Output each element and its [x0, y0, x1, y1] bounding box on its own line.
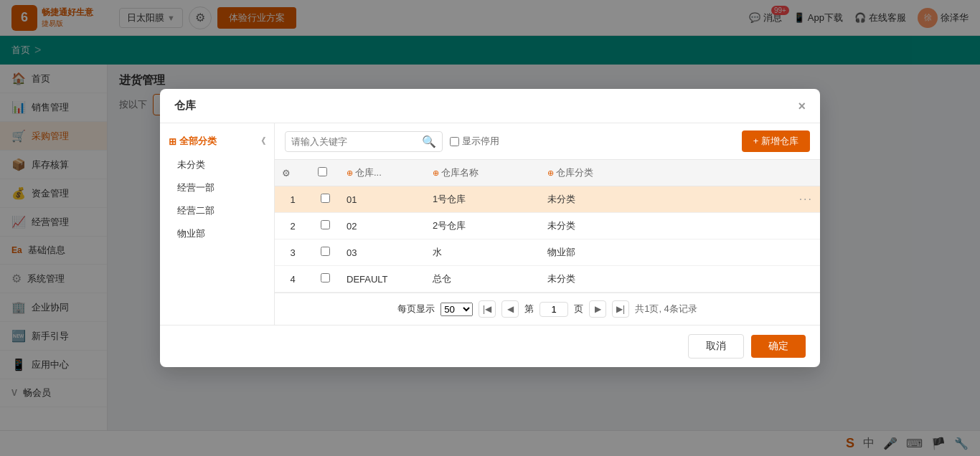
next-page-button[interactable]: ▶: [589, 300, 606, 318]
show-disabled-checkbox[interactable]: [450, 137, 459, 146]
row-index: 2: [275, 213, 311, 239]
row-index: 1: [275, 186, 311, 213]
row-checkbox[interactable]: [321, 273, 330, 282]
category-property[interactable]: 物业部: [160, 222, 274, 245]
row-action-dots[interactable]: ···: [799, 193, 813, 206]
cancel-button[interactable]: 取消: [688, 334, 744, 358]
row-code: DEFAULT: [339, 266, 425, 293]
modal-title: 仓库: [174, 99, 196, 113]
first-page-button[interactable]: |◀: [479, 300, 496, 318]
new-warehouse-button[interactable]: + 新增仓库: [742, 130, 810, 152]
table-scroll: ⚙ ⊕ 仓库...: [275, 160, 820, 293]
row-code: 01: [339, 186, 425, 213]
modal-header: 仓库 ×: [160, 89, 820, 123]
show-disabled-label: 显示停用: [450, 135, 499, 148]
modal-body: ⊞ 全部分类 《 未分类 经营一部 经营二部 物业部 🔍: [160, 123, 820, 325]
collapse-button[interactable]: 《: [257, 136, 265, 148]
all-categories-label: 全部分类: [179, 135, 217, 148]
category-sidebar: ⊞ 全部分类 《 未分类 经营一部 经营二部 物业部: [160, 123, 275, 325]
modal-footer: 取消 确定: [160, 325, 820, 367]
warehouse-table: ⚙ ⊕ 仓库...: [275, 160, 820, 293]
row-name: 水: [425, 239, 540, 266]
pagination: 每页显示 20 50 100 |◀ ◀ 第 页 ▶ ▶| 共1页, 4条记录: [275, 293, 820, 325]
confirm-button[interactable]: 确定: [751, 335, 806, 358]
row-index: 3: [275, 239, 311, 266]
last-page-button[interactable]: ▶|: [612, 300, 629, 318]
row-category: 物业部: [540, 239, 820, 266]
table-header-row: ⚙ ⊕ 仓库...: [275, 160, 820, 186]
th-checkbox: [311, 160, 339, 186]
table-toolbar: 🔍 显示停用 + 新增仓库: [275, 123, 820, 160]
row-code: 03: [339, 239, 425, 266]
row-checkbox-cell: [311, 186, 339, 213]
table-row[interactable]: 2 02 2号仓库 未分类: [275, 213, 820, 239]
row-checkbox-cell: [311, 213, 339, 239]
row-name: 1号仓库: [425, 186, 540, 213]
per-page-select[interactable]: 20 50 100: [440, 303, 473, 316]
page-unit: 页: [574, 303, 583, 315]
row-checkbox[interactable]: [321, 194, 330, 203]
th-index: ⚙: [275, 160, 311, 186]
table-row[interactable]: 4 DEFAULT 总仓 未分类: [275, 266, 820, 293]
th-name: ⊕ 仓库名称: [425, 160, 540, 186]
select-all-checkbox[interactable]: [318, 167, 327, 176]
warehouse-modal: 仓库 × ⊞ 全部分类 《 未分类 经营一部 经营二部 物业部: [160, 89, 820, 367]
row-checkbox-cell: [311, 239, 339, 266]
modal-close-button[interactable]: ×: [798, 100, 806, 113]
modal-backdrop: 仓库 × ⊞ 全部分类 《 未分类 经营一部 经营二部 物业部: [0, 0, 980, 456]
per-page-label: 每页显示: [397, 303, 435, 315]
page-total: 共1页, 4条记录: [635, 303, 697, 315]
table-area: 🔍 显示停用 + 新增仓库 ⚙: [275, 123, 820, 325]
page-label: 第: [524, 303, 534, 315]
row-category: 未分类 ···: [540, 186, 820, 213]
row-name: 2号仓库: [425, 213, 540, 239]
search-icon[interactable]: 🔍: [422, 135, 436, 148]
settings-header-icon[interactable]: ⚙: [282, 168, 291, 179]
row-checkbox-cell: [311, 266, 339, 293]
table-row[interactable]: 1 01 1号仓库 未分类 ···: [275, 186, 820, 213]
search-input[interactable]: [291, 136, 418, 147]
category-operation2[interactable]: 经营二部: [160, 199, 274, 222]
row-checkbox[interactable]: [321, 220, 330, 229]
category-operation1[interactable]: 经营一部: [160, 176, 274, 199]
page-input[interactable]: [540, 302, 568, 317]
row-category: 未分类: [540, 213, 820, 239]
category-unclassified[interactable]: 未分类: [160, 153, 274, 176]
sort-icon-name: ⊕: [433, 168, 439, 178]
sort-icon-category: ⊕: [547, 168, 554, 178]
row-name: 总仓: [425, 266, 540, 293]
prev-page-button[interactable]: ◀: [501, 300, 519, 318]
th-code: ⊕ 仓库...: [339, 160, 425, 186]
category-header[interactable]: ⊞ 全部分类 《: [160, 129, 274, 153]
th-category: ⊕ 仓库分类: [540, 160, 820, 186]
table-row[interactable]: 3 03 水 物业部: [275, 239, 820, 266]
sort-icon-code: ⊕: [347, 168, 353, 178]
row-category: 未分类: [540, 266, 820, 293]
search-box: 🔍: [285, 131, 443, 152]
row-checkbox[interactable]: [321, 247, 330, 256]
grid-icon: ⊞: [169, 136, 176, 147]
row-index: 4: [275, 266, 311, 293]
row-code: 02: [339, 213, 425, 239]
